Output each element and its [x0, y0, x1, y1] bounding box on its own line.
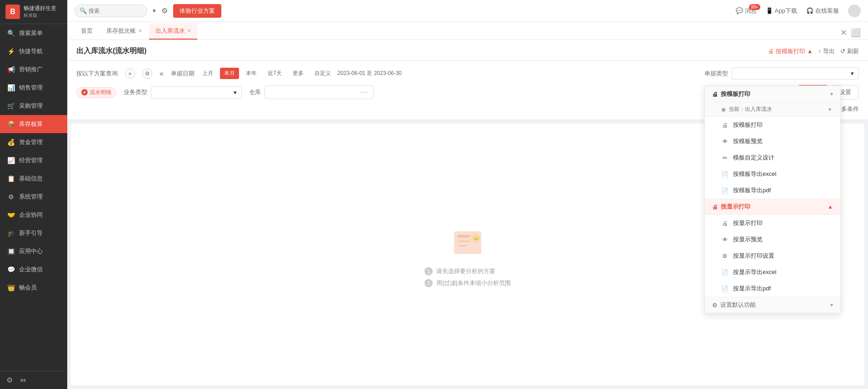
- refresh-icon: ↺: [840, 48, 845, 55]
- footer-chevron-icon[interactable]: ▾: [830, 302, 833, 308]
- app-center-icon: 🔲: [6, 247, 15, 256]
- operations-icon: 📈: [6, 156, 15, 165]
- tab-batch[interactable]: 库存批次账 ×: [100, 23, 148, 40]
- tag-label: 流水明细: [90, 89, 111, 96]
- display-preview-item[interactable]: 👁 按显示预览: [705, 231, 840, 248]
- search-input[interactable]: [89, 8, 142, 14]
- template-title-label: 按模板打印: [721, 90, 750, 98]
- template-pdf-label: 按模板导出pdf: [733, 186, 771, 194]
- sidebar-item-purchase[interactable]: 🛒 采购管理: [0, 97, 67, 115]
- warehouse-field: 仓库 ···: [249, 85, 374, 99]
- template-preview-item[interactable]: 👁 按模板预览: [705, 133, 840, 150]
- step-2-text: 用[过滤]条件来缩小分析范围: [436, 279, 510, 287]
- date-field-label: 单据日期: [171, 70, 195, 78]
- type-field-label: 单据类型: [704, 70, 728, 78]
- printer-icon-display: 🖨: [712, 204, 718, 210]
- display-print-item[interactable]: 🖨 按显示打印: [705, 215, 840, 231]
- biz-type-arrow: ▾: [234, 89, 237, 96]
- avatar[interactable]: [848, 5, 861, 17]
- sidebar-item-marketing[interactable]: 📢 营销推广: [0, 60, 67, 79]
- gear-icon-footer: ⚙: [712, 302, 718, 309]
- filter-setting-button[interactable]: ⚙: [142, 69, 152, 79]
- app-download-item[interactable]: 📱 App下载: [766, 7, 797, 15]
- date-btn-this-month[interactable]: 本月: [220, 68, 239, 79]
- svg-rect-3: [458, 245, 467, 247]
- date-range-display: 2023-06-01 至 2023-06-30: [338, 70, 402, 77]
- display-chevron-icon[interactable]: ▲: [828, 204, 833, 210]
- sidebar-item-search[interactable]: 🔍 搜索菜单: [0, 24, 67, 42]
- eye-icon-d: 👁: [721, 236, 728, 243]
- sidebar-item-cooperation[interactable]: 🤝 企业协同: [0, 206, 67, 224]
- excel-icon-d: 📄: [721, 269, 728, 276]
- warehouse-label: 仓库: [249, 88, 261, 96]
- date-btn-7days[interactable]: 近7天: [264, 68, 286, 79]
- warehouse-select[interactable]: ···: [264, 85, 374, 99]
- tabbar-actions: ✕ ⬜: [840, 28, 861, 40]
- type-select[interactable]: ▾: [732, 67, 859, 80]
- purchase-icon: 🛒: [6, 101, 15, 110]
- template-print-label: 按模板打印: [733, 121, 763, 129]
- date-btn-more[interactable]: 更多: [289, 68, 308, 79]
- printer-icon-d: 🖨: [721, 219, 728, 227]
- display-pdf-item[interactable]: 📄 按显示导出pdf: [705, 280, 840, 297]
- topbar-dropdown[interactable]: ▾: [153, 7, 156, 14]
- template-chevron-icon[interactable]: ▾: [830, 91, 833, 97]
- sidebar-item-quick-nav[interactable]: ⚡ 快捷导航: [0, 42, 67, 60]
- step-2-num: 2: [424, 279, 433, 287]
- current-chevron-icon[interactable]: ▾: [828, 106, 831, 113]
- refresh-btn[interactable]: ↺ 刷新: [840, 47, 859, 55]
- industry-button[interactable]: 体验行业方案: [173, 4, 221, 18]
- sidebar-item-label-basic: 基础信息: [19, 175, 43, 183]
- print-template-btn[interactable]: 🖨 按模板打印 ▲: [768, 47, 813, 55]
- sidebar-item-sales[interactable]: 📊 销售管理: [0, 79, 67, 97]
- date-btn-custom[interactable]: 自定义: [310, 68, 335, 79]
- sidebar-item-system[interactable]: ⚙ 系统管理: [0, 188, 67, 206]
- set-default-item[interactable]: ⚙ 设置默认功能: [712, 301, 756, 309]
- online-service-item[interactable]: 🎧 在线客服: [806, 7, 839, 15]
- dropdown-template-title: 🖨 按模板打印: [712, 90, 750, 98]
- sidebar-item-label-quick-nav: 快捷导航: [19, 47, 43, 55]
- sidebar-item-operations[interactable]: 📈 经营管理: [0, 151, 67, 170]
- template-print-item[interactable]: 🖨 按模板打印: [705, 117, 840, 133]
- settings-icon[interactable]: ⚙: [6, 376, 13, 384]
- collapse-icon[interactable]: ⇔: [20, 376, 26, 384]
- sidebar-item-basic[interactable]: 📋 基础信息: [0, 170, 67, 188]
- sidebar-item-wechat[interactable]: 💬 企业微信: [0, 260, 67, 279]
- tab-flow[interactable]: 出入库流水 ×: [149, 23, 197, 40]
- sidebar-item-inventory[interactable]: 📦 库存核算: [0, 115, 67, 133]
- export-btn[interactable]: ↑ 导出: [818, 47, 835, 55]
- tab-home[interactable]: 首页: [75, 23, 99, 40]
- tab-batch-close[interactable]: ×: [139, 28, 142, 34]
- sidebar-item-guide[interactable]: 🎓 新手引导: [0, 224, 67, 242]
- tab-flow-close[interactable]: ×: [188, 28, 191, 34]
- wechat-icon: 💬: [6, 265, 15, 274]
- sidebar-item-finance[interactable]: 💰 资金管理: [0, 133, 67, 151]
- filter-add-button[interactable]: +: [125, 69, 135, 79]
- maximize-icon[interactable]: ⬜: [851, 28, 861, 38]
- search-box[interactable]: 🔍: [75, 5, 147, 17]
- type-select-arrow: ▾: [851, 70, 854, 77]
- template-excel-label: 按模板导出excel: [733, 170, 776, 178]
- display-settings-item[interactable]: ⚙ 按显示打印设置: [705, 248, 840, 264]
- display-excel-item[interactable]: 📄 按显示导出excel: [705, 264, 840, 280]
- sidebar-item-member[interactable]: 👑 畅会员: [0, 279, 67, 297]
- template-custom-item[interactable]: ✏ 模板自定义设计: [705, 150, 840, 166]
- page-header: 出入库流水(流水明细) 🖨 按模板打印 ▲ ↑ 导出 ↺: [67, 40, 868, 61]
- dropdown-template-header: 🖨 按模板打印 ▾: [705, 86, 840, 102]
- sidebar-item-label-app-center: 应用中心: [19, 247, 43, 255]
- template-pdf-item[interactable]: 📄 按模板导出pdf: [705, 182, 840, 199]
- biz-type-select[interactable]: ▾: [151, 86, 242, 99]
- template-excel-item[interactable]: 📄 按模板导出excel: [705, 166, 840, 182]
- empty-illustration: 😐: [449, 222, 486, 260]
- warehouse-more-icon[interactable]: ···: [360, 88, 369, 96]
- minimize-icon[interactable]: ✕: [840, 28, 847, 38]
- date-btn-last-month[interactable]: 上月: [198, 68, 217, 79]
- sidebar-item-app-center[interactable]: 🔲 应用中心: [0, 242, 67, 260]
- dropdown-display-header: 🖨 按显示打印 ▲: [705, 199, 840, 215]
- date-btn-this-year[interactable]: 本年: [242, 68, 261, 79]
- filter-collapse-button[interactable]: «: [160, 70, 164, 78]
- tag-icon: ●: [81, 89, 88, 95]
- gear-icon[interactable]: ⚙: [161, 6, 168, 15]
- message-item[interactable]: 💬 消息 99+: [736, 7, 757, 15]
- display-title-label: 按显示打印: [721, 203, 750, 211]
